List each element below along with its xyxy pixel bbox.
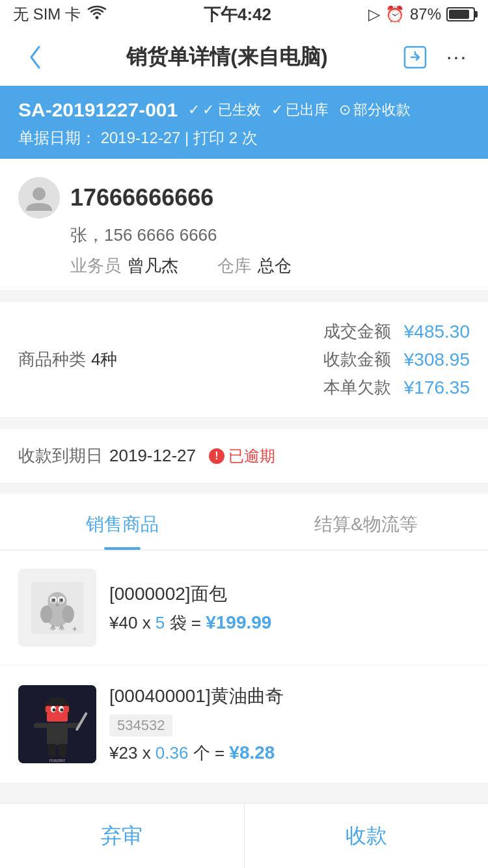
customer-avatar	[18, 177, 60, 219]
due-date-section: 收款到期日 2019-12-27 ! 已逾期	[0, 428, 488, 483]
product-qty-1: 5	[156, 613, 165, 632]
owed-amount: ¥176.35	[404, 377, 470, 398]
owed-amount-row: 本单欠款 ¥176.35	[323, 376, 470, 399]
svg-rect-34	[48, 744, 56, 757]
status-bar: 无 SIM 卡 下午4:42 ▷ ⏰ 87%	[0, 0, 488, 29]
badge-activated: ✓ ✓ 已生效	[188, 100, 261, 120]
type-value: 4种	[91, 348, 117, 371]
status-right: ▷ ⏰ 87%	[368, 5, 475, 23]
products-section: + [0000002]面包 ¥40 x 5 袋 = ¥199.99	[0, 550, 488, 783]
product-info-1: [0000002]面包 ¥40 x 5 袋 = ¥199.99	[109, 582, 470, 634]
bottom-bar: 弃审 收款	[0, 803, 488, 848]
date-label: 单据日期：	[18, 129, 96, 146]
location-icon: ▷	[368, 5, 380, 23]
warehouse-label: 仓库	[217, 254, 251, 277]
share-button[interactable]	[400, 42, 431, 73]
svg-text:master: master	[49, 757, 66, 763]
product-name-2: [000400001]黄油曲奇	[109, 684, 470, 709]
deal-label: 成交金额	[323, 320, 391, 343]
alarm-icon: ⏰	[385, 5, 405, 23]
product-info-2: [000400001]黄油曲奇 534532 ¥23 x 0.36 个 = ¥8…	[109, 684, 470, 765]
product-total-2: ¥8.28	[229, 742, 275, 763]
svg-rect-24	[46, 706, 69, 712]
svg-rect-35	[59, 744, 66, 757]
type-label: 商品种类	[18, 348, 86, 371]
svg-rect-30	[47, 723, 68, 745]
wifi-icon	[87, 5, 107, 23]
tabs-section: 销售商品 结算&物流等	[0, 494, 488, 550]
check-icon-activated: ✓	[188, 102, 200, 118]
svg-point-29	[61, 709, 64, 712]
print-info: | 打印 2 次	[185, 129, 258, 146]
overdue-label: 已逾期	[228, 446, 275, 467]
customer-meta: 业务员 曾凡杰 仓库 总仓	[70, 254, 470, 277]
product-type-info: 商品种类 4种	[18, 320, 117, 399]
received-amount: ¥308.95	[404, 349, 470, 370]
battery-percent: 87%	[410, 5, 441, 23]
product-total-1: ¥199.99	[206, 612, 271, 632]
overdue-icon: !	[209, 448, 224, 464]
badge-shipped: ✓ 已出库	[271, 100, 329, 120]
svg-point-13	[40, 606, 53, 623]
date-value: 2019-12-27	[101, 129, 181, 146]
header-band-date: 单据日期： 2019-12-27 | 打印 2 次	[18, 128, 470, 148]
customer-row1: 17666666666	[18, 177, 470, 219]
svg-point-2	[33, 187, 46, 200]
product-price-1: ¥40 x 5 袋 = ¥199.99	[109, 612, 470, 634]
collect-payment-button[interactable]: 收款	[245, 804, 489, 848]
svg-rect-31	[34, 723, 48, 728]
sales-info: 业务员 曾凡杰	[70, 254, 178, 277]
header-band: SA-20191227-001 ✓ ✓ 已生效 ✓ 已出库 ⊙ 部分收款 单据日…	[0, 86, 488, 159]
summary-grid: 商品种类 4种 成交金额 ¥485.30 收款金额 ¥308.95 本单欠款 ¥…	[18, 320, 470, 399]
svg-point-14	[62, 606, 74, 623]
sales-label: 业务员	[70, 254, 121, 277]
carrier-label: 无 SIM 卡	[13, 4, 81, 25]
warehouse-info: 仓库 总仓	[217, 254, 291, 277]
battery-icon	[446, 7, 475, 21]
nav-bar: 销货单详情(来自电脑) ···	[0, 29, 488, 86]
customer-name-phone: 张，156 6666 6666	[70, 224, 470, 247]
back-button[interactable]	[16, 38, 55, 77]
svg-point-11	[61, 599, 62, 601]
more-button[interactable]: ···	[441, 42, 472, 73]
tab-sales-products[interactable]: 销售商品	[0, 494, 244, 550]
svg-point-28	[53, 709, 56, 712]
product-item-2: master [000400001]黄油曲奇 534532 ¥23 x 0.36…	[0, 666, 488, 783]
status-time: 下午4:42	[204, 3, 271, 26]
customer-section: 17666666666 张，156 6666 6666 业务员 曾凡杰 仓库 总…	[0, 159, 488, 291]
product-name-1: [0000002]面包	[109, 582, 470, 606]
header-band-row1: SA-20191227-001 ✓ ✓ 已生效 ✓ 已出库 ⊙ 部分收款	[18, 99, 470, 121]
check-icon-shipped: ✓	[271, 102, 283, 118]
product-qty-2: 0.36	[156, 743, 189, 763]
received-label: 收款金额	[323, 348, 391, 371]
product-thumbnail-1: +	[18, 569, 96, 647]
order-id: SA-20191227-001	[18, 99, 178, 121]
status-left: 无 SIM 卡	[13, 4, 107, 25]
product-sku-2: 534532	[109, 714, 172, 737]
tab-settlement-logistics[interactable]: 结算&物流等	[244, 494, 488, 550]
deal-amount-row: 成交金额 ¥485.30	[323, 320, 470, 343]
product-item: + [0000002]面包 ¥40 x 5 袋 = ¥199.99	[0, 550, 488, 666]
warehouse-value: 总仓	[258, 254, 291, 277]
deal-amount: ¥485.30	[404, 321, 470, 342]
due-date-value: 2019-12-27	[109, 446, 196, 466]
received-amount-row: 收款金额 ¥308.95	[323, 348, 470, 371]
badge-partial-payment: ⊙ 部分收款	[339, 100, 411, 120]
due-date-label: 收款到期日	[18, 444, 103, 467]
abandon-review-button[interactable]: 弃审	[0, 804, 245, 848]
product-price-2: ¥23 x 0.36 个 = ¥8.28	[109, 742, 470, 765]
clock-icon: ⊙	[339, 102, 351, 118]
svg-text:+: +	[72, 625, 77, 634]
amount-summary: 成交金额 ¥485.30 收款金额 ¥308.95 本单欠款 ¥176.35	[323, 320, 470, 399]
svg-point-0	[96, 16, 99, 20]
sales-value: 曾凡杰	[128, 254, 178, 277]
page-title: 销货单详情(来自电脑)	[55, 43, 400, 72]
summary-section: 商品种类 4种 成交金额 ¥485.30 收款金额 ¥308.95 本单欠款 ¥…	[0, 301, 488, 418]
svg-point-10	[53, 599, 55, 601]
overdue-badge: ! 已逾期	[209, 446, 275, 467]
more-icon: ···	[446, 45, 468, 69]
nav-actions: ···	[400, 42, 472, 73]
svg-rect-25	[47, 712, 68, 722]
customer-account-id: 17666666666	[70, 184, 213, 211]
product-thumbnail-2: master	[18, 685, 96, 763]
